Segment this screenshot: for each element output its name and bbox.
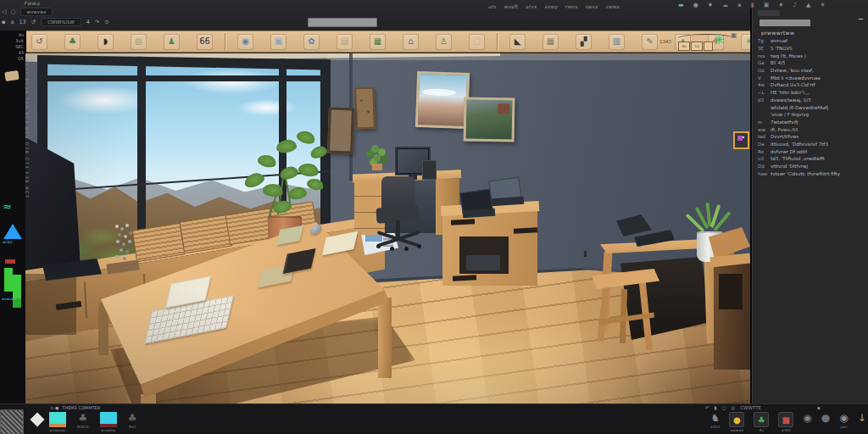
- material-swatch-1[interactable]: wvwavwv: [49, 412, 66, 432]
- toolbar-icon-blank-sheet[interactable]: ▢: [469, 34, 485, 50]
- lock-icon[interactable]: ●: [693, 2, 698, 8]
- footprints-icon[interactable]: ♞w3U3: [710, 412, 720, 429]
- panel-row-4[interactable]: GoDvtww, 'buu elasf,: [758, 67, 866, 75]
- material-swatch-1-swatch[interactable]: [49, 412, 66, 427]
- toolbar-icon-probe[interactable]: ◎: [131, 34, 147, 50]
- menu-item-5[interactable]: swvx: [585, 3, 598, 9]
- viewport-3d[interactable]: [25, 53, 750, 403]
- asset-header-end-icon[interactable]: ▪: [817, 405, 821, 410]
- knob-3-glyph[interactable]: ◉: [839, 412, 848, 424]
- toolbar-icon-orb[interactable]: ◉: [237, 34, 253, 50]
- material-swatch-2-swatch[interactable]: [100, 412, 117, 427]
- blocks-tool-icon[interactable]: [4, 268, 13, 292]
- triangle-tool-icon[interactable]: [3, 224, 22, 239]
- toolbar-icon-lasso[interactable]: ↺: [31, 34, 47, 50]
- panel-row-3[interactable]: GaBY 4/5: [758, 59, 866, 67]
- menu-item-1[interactable]: wvaft: [504, 3, 519, 9]
- mode-pill[interactable]: CWWHLILW: [41, 18, 81, 26]
- dot-icon[interactable]: ♦: [820, 2, 825, 8]
- mountain-icon[interactable]: ▲: [806, 2, 810, 8]
- shader-node-icon-2[interactable]: ♣Bw3: [128, 412, 137, 429]
- sparkle-icon[interactable]: ✳: [714, 32, 725, 47]
- dash-icon[interactable]: ▪: [737, 2, 742, 8]
- panel-row-10[interactable]: 'viuw / F tkgvivg: [758, 111, 866, 119]
- panel-row-0[interactable]: Tgwvnuaf: [758, 37, 866, 45]
- panel-tab[interactable]: [758, 10, 780, 16]
- hand-icon[interactable]: ↷: [95, 19, 99, 25]
- texture-thumbnail[interactable]: [0, 409, 24, 434]
- panel-row-14[interactable]: Daittiuuvd, 'Ddfsivielvf 7tf3: [758, 141, 866, 148]
- toolbar-icon-grid-green[interactable]: ▦: [370, 34, 386, 50]
- toolbar-icon-house[interactable]: ⌂: [403, 34, 419, 50]
- node-box-1[interactable]: 4u: [678, 42, 690, 51]
- toolbar-icon-sheet[interactable]: ▤: [337, 34, 353, 50]
- green-clover-slot-box[interactable]: ♣: [754, 412, 769, 427]
- menu-item-4[interactable]: rwvx: [565, 3, 577, 9]
- cash-icon[interactable]: ▬: [678, 2, 684, 8]
- panel-row-9[interactable]: wfvlatd /6 DwvwdtwfAafj: [758, 103, 866, 111]
- shader-node-icon-glyph[interactable]: ♣: [79, 412, 88, 424]
- a-icon[interactable]: a: [10, 19, 14, 25]
- material-swatch-2[interactable]: wvwdvw: [100, 412, 117, 432]
- session-pill[interactable]: wvwvws: [20, 8, 53, 16]
- knob-1[interactable]: ◉: [803, 412, 811, 424]
- red-square-slot[interactable]: ■w3A3: [778, 412, 793, 432]
- toolbar-icon-figure[interactable]: ♟: [164, 34, 180, 50]
- pin-icon[interactable]: ♦: [708, 2, 713, 8]
- asset-header-icon-1[interactable]: ▮: [715, 405, 717, 410]
- menu-item-0[interactable]: arx: [488, 3, 497, 9]
- red-marker-icon[interactable]: [5, 259, 15, 264]
- circle-icon[interactable]: ○: [10, 8, 15, 15]
- knob-2[interactable]: ●: [821, 412, 830, 424]
- swatch-tan-icon[interactable]: [4, 70, 19, 81]
- cloud-icon[interactable]: ☁: [722, 2, 728, 8]
- panel-row-6[interactable]: 4wDvftacd Uv3-Cid'rtf: [758, 81, 866, 89]
- panel-row-5[interactable]: VMtd ii <dvawdvvruaa: [758, 74, 866, 81]
- panel-row-2[interactable]: restwg Ht, fitews ): [758, 52, 866, 59]
- knob-3[interactable]: ◉pwll: [839, 412, 848, 429]
- titlebar-input[interactable]: [308, 18, 377, 27]
- panel-row-1[interactable]: 3ES 'TNGVS: [758, 45, 866, 53]
- shader-node-icon[interactable]: ♣M3A31: [77, 412, 89, 429]
- camera-icon[interactable]: ▣: [731, 31, 737, 39]
- panel-row-11[interactable]: m7wtatwtfvifj: [758, 119, 866, 126]
- menu-item-6[interactable]: swwx: [606, 3, 620, 9]
- knob-2-glyph[interactable]: ●: [821, 412, 830, 424]
- clock-icon[interactable]: ⊙: [104, 19, 108, 25]
- asset-header-icon-3[interactable]: ◎: [731, 405, 735, 410]
- note-icon[interactable]: ♪: [793, 2, 797, 8]
- loop-icon[interactable]: ↺: [31, 19, 36, 25]
- panel-row-16[interactable]: u3td3, 'Tlifiuisd ,vrwdtafft: [758, 155, 866, 163]
- knob-1-glyph[interactable]: ◉: [803, 412, 811, 424]
- panel-search-input[interactable]: [760, 19, 810, 26]
- column-icon[interactable]: ▮: [751, 2, 754, 8]
- footprints-icon-glyph[interactable]: ♞: [710, 412, 720, 424]
- green-clover-slot[interactable]: ♣Bu: [754, 412, 769, 432]
- asset-header-icon-2[interactable]: ○: [722, 405, 726, 410]
- menu-item-3[interactable]: avwy: [544, 3, 558, 9]
- back-icon[interactable]: ◁: [2, 8, 6, 15]
- toolbar-icon-tree[interactable]: ♣: [64, 34, 81, 50]
- menu-item-2[interactable]: arvx: [526, 3, 537, 9]
- toolbar-icon-wedge[interactable]: ◣: [509, 34, 526, 50]
- panel-row-17[interactable]: Ddvttivnd 'Ditfvrwj: [758, 163, 866, 170]
- toolbar-icon-flower[interactable]: ✿: [303, 34, 320, 50]
- panel-row-7[interactable]: ~LHE 'httn bder'i:,,: [758, 89, 866, 97]
- toolbar-icon-curve[interactable]: ◗: [97, 34, 114, 50]
- panel-row-18[interactable]: hawtvtswr 'Cidsvtt; tfvrwftitrt fifty: [758, 170, 866, 177]
- box-icon[interactable]: ▪: [2, 19, 5, 25]
- yellow-orb-slot[interactable]: ●wwwwd: [729, 412, 744, 432]
- toolbar-icon-binocular[interactable]: 66: [197, 34, 213, 50]
- download-arrow[interactable]: ↓: [858, 412, 866, 424]
- panel-row-8[interactable]: d3dvwws/tawaj, 0/3: [758, 97, 866, 104]
- toolbar-icon-figure2[interactable]: ♙: [436, 34, 452, 50]
- frame-icon[interactable]: ▣: [764, 2, 770, 8]
- toolbar-icon-doc-blue[interactable]: ▥: [609, 34, 625, 50]
- panel-row-13[interactable]: tadDvvrt/tlfvws: [758, 133, 866, 141]
- panel-row-12[interactable]: wwifi, Pvwu./t3: [758, 125, 866, 133]
- red-square-slot-box[interactable]: ■: [778, 412, 793, 427]
- download-arrow-glyph[interactable]: ↓: [858, 412, 866, 424]
- node-box-3[interactable]: ·: [704, 42, 713, 51]
- minimize-icon[interactable]: −: [857, 15, 864, 22]
- gizmo-swatch-icon[interactable]: [733, 131, 749, 149]
